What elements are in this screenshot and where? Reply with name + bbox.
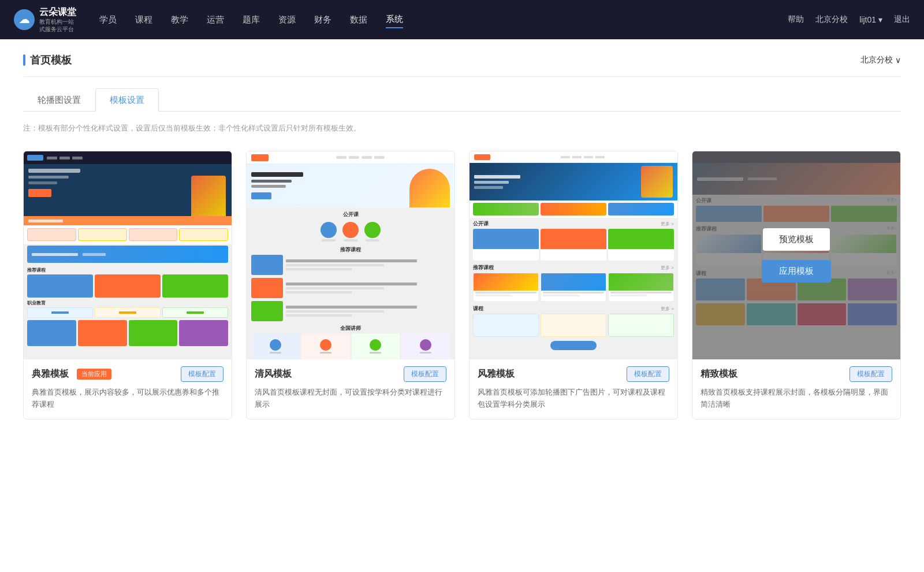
template-preview-1: 推荐课程 职业教育 xyxy=(24,151,232,359)
page-content: 首页模板 北京分校 ∨ 轮播图设置 模板设置 注：模板有部分个性化样式设置，设置… xyxy=(0,39,924,572)
badge-current-1: 当前应用 xyxy=(77,369,111,380)
dropdown-icon: ▾ xyxy=(878,15,882,24)
template-footer-4: 精致模板 模板配置 精致首页模板支持课程展示封面，各模板分隔明显，界面简洁清晰 xyxy=(692,359,900,419)
logout-link[interactable]: 退出 xyxy=(894,14,910,25)
tab-template[interactable]: 模板设置 xyxy=(95,88,159,112)
navbar: ☁ 云朵课堂 教育机构一站 式服务云平台 学员 课程 教学 运营 题库 资源 财… xyxy=(0,0,924,39)
template-footer-1: 典雅模板 当前应用 模板配置 典雅首页模板，展示内容较多，可以展示优惠券和多个推… xyxy=(24,359,232,419)
page-header: 首页模板 北京分校 ∨ xyxy=(23,39,901,77)
logo-text: 云朵课堂 教育机构一站 式服务云平台 xyxy=(39,6,76,34)
template-desc-4: 精致首页模板支持课程展示封面，各模板分隔明显，界面简洁清晰 xyxy=(701,387,892,411)
page-title: 首页模板 xyxy=(23,53,72,67)
template-name-1: 典雅模板 xyxy=(32,368,69,380)
template-name-2: 清风模板 xyxy=(255,368,292,380)
template-card-3: 公开课 更多 > xyxy=(469,151,678,419)
template-card-1: 推荐课程 职业教育 xyxy=(23,151,232,419)
nav-resources[interactable]: 资源 xyxy=(278,12,296,28)
nav-system[interactable]: 系统 xyxy=(386,12,403,28)
template-footer-2: 清风模板 模板配置 清风首页模板课程无封面，可设置按学科分类对课程进行展示 xyxy=(247,359,454,419)
logo-icon: ☁ xyxy=(14,9,35,30)
nav-students[interactable]: 学员 xyxy=(99,12,117,28)
template-preview-2: 公开课 xyxy=(247,151,454,359)
nav-courses[interactable]: 课程 xyxy=(135,12,152,28)
templates-grid: 推荐课程 职业教育 xyxy=(23,151,901,419)
template-footer-3: 风雅模板 模板配置 风雅首页模板可添加轮播图下广告图片，可对课程及课程包设置学科… xyxy=(470,359,677,419)
main-nav: 学员 课程 教学 运营 题库 资源 财务 数据 系统 xyxy=(99,12,788,28)
nav-data[interactable]: 数据 xyxy=(350,12,367,28)
template-name-3: 风雅模板 xyxy=(478,368,515,380)
branch-selector[interactable]: 北京分校 ∨ xyxy=(860,55,901,65)
template-name-4: 精致模板 xyxy=(701,368,737,380)
template-card-2: 公开课 xyxy=(246,151,455,419)
template-desc-1: 典雅首页模板，展示内容较多，可以展示优惠券和多个推荐课程 xyxy=(32,387,223,411)
config-button-4[interactable]: 模板配置 xyxy=(850,366,892,382)
nav-questions[interactable]: 题库 xyxy=(243,12,260,28)
nav-finance[interactable]: 财务 xyxy=(314,12,331,28)
branch-link[interactable]: 北京分校 xyxy=(815,14,848,25)
template-overlay-4: 预览模板 应用模板 xyxy=(692,151,900,359)
nav-operations[interactable]: 运营 xyxy=(207,12,224,28)
navbar-right: 帮助 北京分校 lijt01 ▾ 退出 xyxy=(788,14,910,25)
chevron-down-icon: ∨ xyxy=(895,55,901,65)
tab-carousel[interactable]: 轮播图设置 xyxy=(23,88,95,112)
nav-teaching[interactable]: 教学 xyxy=(171,12,188,28)
tabs-container: 轮播图设置 模板设置 xyxy=(23,88,901,112)
template-card-4: 公开课 更多> 推荐课程 更多> xyxy=(692,151,901,419)
preview-button-4[interactable]: 预览模板 xyxy=(763,228,830,251)
note-text: 注：模板有部分个性化样式设置，设置后仅当前模板生效；非个性化样式设置后只针对所有… xyxy=(23,123,901,133)
template-desc-2: 清风首页模板课程无封面，可设置按学科分类对课程进行展示 xyxy=(255,387,446,411)
apply-button-4[interactable]: 应用模板 xyxy=(762,260,831,283)
config-button-1[interactable]: 模板配置 xyxy=(181,366,223,382)
config-button-2[interactable]: 模板配置 xyxy=(404,366,446,382)
help-link[interactable]: 帮助 xyxy=(788,14,804,25)
template-desc-3: 风雅首页模板可添加轮播图下广告图片，可对课程及课程包设置学科分类展示 xyxy=(478,387,669,411)
template-preview-3: 公开课 更多 > xyxy=(470,151,677,359)
logo[interactable]: ☁ 云朵课堂 教育机构一站 式服务云平台 xyxy=(14,6,76,34)
config-button-3[interactable]: 模板配置 xyxy=(627,366,669,382)
template-preview-4: 公开课 更多> 推荐课程 更多> xyxy=(692,151,900,359)
user-menu[interactable]: lijt01 ▾ xyxy=(859,15,882,24)
